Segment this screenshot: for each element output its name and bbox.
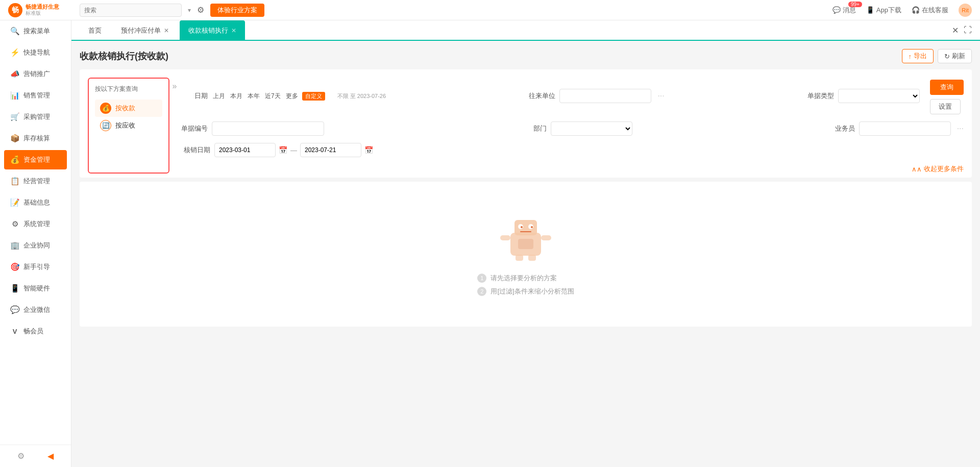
calendar-end-icon[interactable]: 📅	[364, 146, 373, 154]
filter-option-receipt[interactable]: 💰 按收款	[95, 100, 162, 117]
app-download-area[interactable]: 📱 App下载	[866, 6, 901, 15]
setting-button[interactable]: 设置	[930, 99, 961, 114]
member-icon: V	[10, 328, 19, 335]
dropdown-icon[interactable]: ▾	[188, 7, 191, 14]
sidebar-item-purchase[interactable]: 🛒 采购管理	[0, 106, 71, 128]
sidebar-item-inventory[interactable]: 📦 库存核算	[0, 128, 71, 149]
app-download-label: App下载	[876, 6, 901, 15]
tip-num-2: 2	[477, 287, 486, 296]
tab-bar: 首页 预付冲应付单 ✕ 收款核销执行 ✕ ✕ ⛶	[71, 20, 980, 41]
sidebar-item-enterprise[interactable]: 🏢 企业协同	[0, 235, 71, 256]
robot-svg	[495, 212, 556, 263]
main-area: 首页 预付冲应付单 ✕ 收款核销执行 ✕ ✕ ⛶ 收款核销执行(按收款) ↑ 导…	[71, 20, 980, 467]
salesman-more-icon[interactable]: ···	[957, 124, 964, 133]
sidebar-item-member[interactable]: V 畅会员	[0, 321, 71, 342]
online-service-label: 在线客服	[922, 6, 948, 15]
tip-num-1: 1	[477, 274, 486, 283]
bill-type-field: 单据类型	[806, 89, 920, 103]
sidebar-item-operation[interactable]: 📋 经营管理	[0, 170, 71, 192]
date-field: 日期 上月 本月 本年 近7天 更多 自定义	[180, 91, 325, 101]
top-header: 畅 畅捷通好生意 标准版 ▾ ⚙ 体验行业方案 💬 消息 99+ 📱 App下载…	[0, 0, 980, 20]
sidebar-label-quick-nav: 快捷导航	[23, 48, 50, 57]
verify-date-range: 📅 — 📅	[214, 143, 373, 157]
svg-rect-11	[518, 239, 533, 249]
receipt-option-icon: 💰	[100, 103, 111, 114]
marketing-icon: 📣	[10, 69, 19, 79]
sidebar-label-wechat: 企业微信	[23, 305, 50, 314]
date-more[interactable]: 更多	[285, 92, 299, 101]
sidebar-item-marketing[interactable]: 📣 营销推广	[0, 63, 71, 85]
quick-nav-icon: ⚡	[10, 48, 19, 57]
system-icon: ⚙	[10, 219, 19, 229]
trading-party-field: 往来单位 ···	[527, 89, 664, 103]
collapse-sidebar-icon[interactable]: ◀	[47, 451, 54, 461]
trading-party-input[interactable]	[559, 89, 651, 103]
search-btn-area: 查询 设置	[930, 78, 964, 114]
guide-icon: 🎯	[10, 262, 19, 272]
date-last-month[interactable]: 上月	[212, 92, 226, 101]
filter-option-receivable[interactable]: 🔄 按应收	[95, 117, 162, 134]
tab-bar-right: ✕ ⛶	[952, 26, 972, 35]
date-sub-text: 不限 至 2023-07-26	[337, 92, 386, 100]
dept-field: 部门	[519, 121, 632, 136]
date-last-7days[interactable]: 近7天	[264, 92, 282, 101]
filter-form: 日期 上月 本月 本年 近7天 更多 自定义 不限 至 2023-0	[180, 78, 964, 174]
sidebar-label-sales: 销售管理	[23, 91, 50, 100]
date-this-month[interactable]: 本月	[229, 92, 243, 101]
salesman-input[interactable]	[859, 121, 951, 136]
page-content: 收款核销执行(按收款) ↑ 导出 ↻ 刷新 按以下方案查询 💰	[71, 41, 980, 467]
message-area[interactable]: 💬 消息 99+	[832, 6, 856, 15]
filter-panel: 按以下方案查询 💰 按收款 🔄 按应收 »	[80, 69, 972, 178]
collapse-up-icon: ∧∧	[912, 165, 922, 173]
verify-date-end-input[interactable]	[300, 143, 361, 157]
sidebar-menu: 🔍 搜索菜单 ⚡ 快捷导航 📣 营销推广 📊 销售管理 🛒 采购管理 📦 库存核…	[0, 20, 71, 445]
gear-icon[interactable]: ⚙	[197, 5, 204, 15]
sidebar-item-search-menu[interactable]: 🔍 搜索菜单	[0, 20, 71, 42]
sidebar-item-hardware[interactable]: 📱 智能硬件	[0, 278, 71, 299]
close-receipt-tab-icon[interactable]: ✕	[231, 27, 236, 34]
bill-no-input[interactable]	[212, 121, 324, 136]
logo-icon: 畅	[8, 3, 22, 17]
sidebar-bottom: ⚙ ◀	[0, 445, 71, 467]
sidebar-item-guide[interactable]: 🎯 新手引导	[0, 256, 71, 278]
sidebar-label-guide: 新手引导	[23, 262, 50, 272]
collapse-filter-btn[interactable]: »	[169, 78, 180, 174]
refresh-button[interactable]: ↻ 刷新	[938, 49, 972, 63]
sidebar-item-sales[interactable]: 📊 销售管理	[0, 85, 71, 106]
enterprise-icon: 🏢	[10, 241, 19, 250]
trading-party-more-icon[interactable]: ···	[657, 91, 664, 101]
expand-icon[interactable]: ⛶	[964, 26, 972, 35]
close-prepay-tab-icon[interactable]: ✕	[164, 27, 169, 34]
date-this-year[interactable]: 本年	[247, 92, 261, 101]
svg-rect-1	[514, 220, 537, 235]
verify-date-start-input[interactable]	[214, 143, 276, 157]
online-service-area[interactable]: 🎧 在线客服	[912, 6, 948, 15]
sidebar-item-basic[interactable]: 📝 基础信息	[0, 192, 71, 213]
svg-point-4	[521, 226, 523, 228]
calendar-start-icon[interactable]: 📅	[279, 146, 287, 154]
date-quicklinks: 上月 本月 本年 近7天 更多 自定义	[212, 92, 325, 101]
bill-type-select[interactable]	[838, 89, 920, 103]
tab-receipt-offset[interactable]: 收款核销执行 ✕	[180, 20, 245, 40]
export-button[interactable]: ↑ 导出	[902, 49, 934, 63]
close-all-tabs-icon[interactable]: ✕	[952, 26, 959, 35]
query-button[interactable]: 查询	[930, 80, 964, 95]
collapse-more-btn[interactable]: ∧∧ 收起更多条件	[180, 164, 964, 174]
sidebar-item-quick-nav[interactable]: ⚡ 快捷导航	[0, 42, 71, 63]
settings-icon[interactable]: ⚙	[17, 451, 24, 461]
search-icon: 🔍	[10, 27, 19, 36]
empty-tips: 1 请先选择要分析的方案 2 用[过滤]条件来缩小分析范围	[477, 274, 574, 296]
tab-prepay-offset[interactable]: 预付冲应付单 ✕	[112, 20, 178, 40]
avatar[interactable]: Rit	[959, 4, 972, 17]
dept-select[interactable]	[551, 121, 632, 136]
sidebar-item-finance[interactable]: 💰 资金管理	[4, 150, 67, 169]
header-center: ▾ ⚙ 体验行业方案	[80, 4, 832, 17]
tab-home[interactable]: 首页	[80, 20, 110, 40]
industry-button[interactable]: 体验行业方案	[210, 4, 264, 17]
date-custom-badge[interactable]: 自定义	[302, 92, 325, 101]
message-icon: 💬	[832, 6, 841, 14]
sidebar-item-wechat[interactable]: 💬 企业微信	[0, 299, 71, 321]
sidebar-label-purchase: 采购管理	[23, 112, 50, 121]
sidebar-item-system[interactable]: ⚙ 系统管理	[0, 213, 71, 235]
search-input[interactable]	[80, 4, 182, 17]
